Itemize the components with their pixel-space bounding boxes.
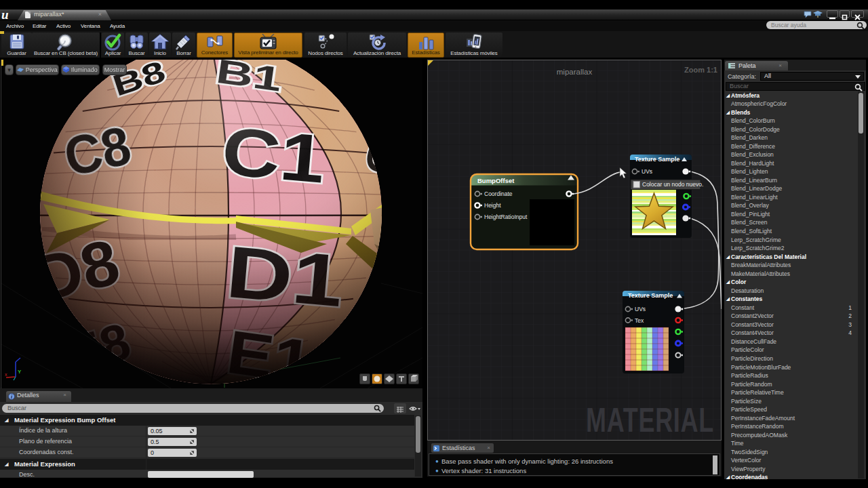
svg-text:BumpOffset: BumpOffset xyxy=(477,177,515,184)
svg-text:x: x xyxy=(5,372,7,377)
svg-text:HeightRatioInput: HeightRatioInput xyxy=(484,214,528,220)
svg-text:UVs: UVs xyxy=(635,306,646,312)
svg-text:UVs: UVs xyxy=(642,168,652,175)
svg-text:Zoom 1:1: Zoom 1:1 xyxy=(684,66,717,74)
svg-text:Y: Y xyxy=(18,369,22,375)
svg-text:Texture Sample: Texture Sample xyxy=(628,292,673,299)
svg-text:miparallax: miparallax xyxy=(557,68,593,76)
svg-text:Texture Sample: Texture Sample xyxy=(635,156,679,163)
svg-text:Coordinate: Coordinate xyxy=(484,190,513,197)
svg-text:Colocar un nodo nuevo.: Colocar un nodo nuevo. xyxy=(642,181,703,188)
svg-text:MATERIAL: MATERIAL xyxy=(586,401,714,439)
svg-text:Tex: Tex xyxy=(635,317,644,324)
svg-text:Height: Height xyxy=(484,202,501,209)
